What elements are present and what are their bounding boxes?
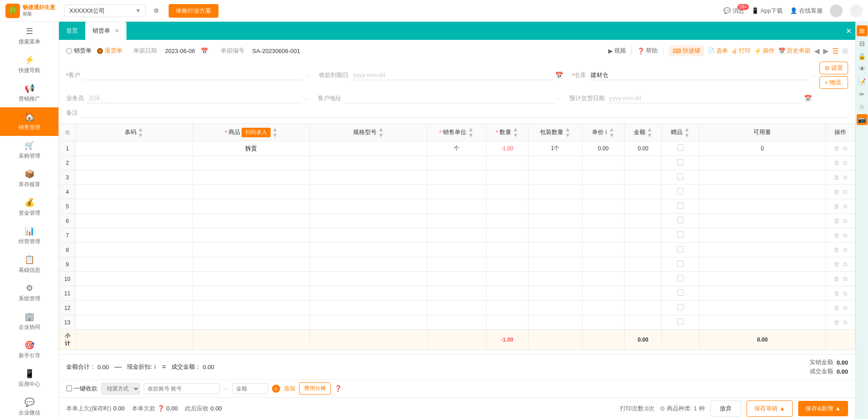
spec-cell[interactable] xyxy=(310,170,427,185)
delete-row-icon[interactable]: 🗑 xyxy=(834,217,839,224)
tab-close-icon[interactable]: ✕ xyxy=(115,28,119,34)
copy-row-icon[interactable]: ⧉ xyxy=(843,188,847,195)
nav-next-icon[interactable]: ▶ xyxy=(823,47,829,55)
unitprice-cell[interactable] xyxy=(582,315,624,330)
amount-cell[interactable] xyxy=(625,315,662,330)
unit-cell[interactable] xyxy=(427,214,486,228)
gift-checkbox[interactable] xyxy=(677,159,684,165)
copy-row-icon[interactable]: ⧉ xyxy=(843,232,847,239)
gift-sort-icon[interactable]: ▲▼ xyxy=(684,126,690,138)
barcode-input[interactable] xyxy=(79,304,189,311)
this-order-short-question[interactable]: ❓ xyxy=(157,405,165,412)
unitprice-cell[interactable] xyxy=(582,170,624,185)
amount-cell[interactable] xyxy=(625,170,662,185)
gift-checkbox[interactable] xyxy=(677,202,684,209)
customer-address-dots[interactable]: ··· xyxy=(555,95,560,102)
unitprice-cell[interactable] xyxy=(582,228,624,243)
delete-row-icon[interactable]: 🗑 xyxy=(834,203,839,210)
receive-date-input[interactable] xyxy=(351,70,553,80)
discount-info-icon[interactable]: ℹ xyxy=(154,364,156,370)
sales-radio-input[interactable] xyxy=(66,48,72,54)
gift-checkbox[interactable] xyxy=(677,304,684,310)
pkgqty-cell[interactable] xyxy=(529,286,582,301)
sidebar-item-appcenter[interactable]: 📱 应用中心 xyxy=(0,364,58,393)
spec-cell[interactable] xyxy=(310,141,427,156)
barcode-input[interactable] xyxy=(79,159,189,166)
sidebar-item-enterprise[interactable]: 🏢 企业协同 xyxy=(0,307,58,336)
barcode-cell[interactable] xyxy=(76,243,193,257)
product-input[interactable] xyxy=(197,159,306,166)
gift-cell[interactable] xyxy=(662,156,699,170)
delete-row-icon[interactable]: 🗑 xyxy=(834,232,839,239)
warehouse-input[interactable] xyxy=(589,70,809,80)
logistics-btn[interactable]: + 物流 xyxy=(820,76,848,89)
gift-cell[interactable] xyxy=(662,170,699,185)
gift-checkbox[interactable] xyxy=(677,144,684,151)
quantity-cell[interactable] xyxy=(486,228,529,243)
amount-cell[interactable] xyxy=(625,156,662,170)
amount-cell[interactable] xyxy=(625,243,662,257)
product-input[interactable] xyxy=(197,246,306,253)
spec-input[interactable] xyxy=(314,145,423,152)
unitprice-cell[interactable] xyxy=(582,243,624,257)
tab-sales-order[interactable]: 销货单 ✕ xyxy=(85,22,126,40)
pkgqty-sort-icon[interactable]: ▲▼ xyxy=(565,126,571,138)
gift-checkbox[interactable] xyxy=(677,246,684,252)
product-cell[interactable] xyxy=(193,228,310,243)
amount-cell[interactable] xyxy=(625,228,662,243)
product-input[interactable] xyxy=(197,203,306,210)
gift-checkbox[interactable] xyxy=(677,260,684,267)
delete-row-icon[interactable]: 🗑 xyxy=(834,304,839,311)
product-input[interactable] xyxy=(197,319,306,326)
sidebar-item-marketing[interactable]: 📢 营销推广 xyxy=(0,79,58,107)
save-draft-btn[interactable]: 保存草稿 ▲ xyxy=(747,400,793,417)
right-panel-lock-btn[interactable]: 🔒 xyxy=(857,51,868,62)
help-btn[interactable]: ❓ 帮助 xyxy=(637,47,658,55)
barcode-cell[interactable] xyxy=(76,272,193,286)
pkgqty-cell[interactable] xyxy=(529,315,582,330)
amount-cell[interactable] xyxy=(625,214,662,228)
copy-row-icon[interactable]: ⧉ xyxy=(843,261,847,268)
quantity-cell[interactable] xyxy=(486,243,529,257)
barcode-input[interactable] xyxy=(79,290,189,297)
quantity-cell[interactable] xyxy=(486,272,529,286)
save-new-btn[interactable]: 保存&新增 ▲ xyxy=(798,401,848,416)
spec-cell[interactable] xyxy=(310,228,427,243)
quantity-cell[interactable] xyxy=(486,185,529,199)
pkgqty-cell[interactable] xyxy=(529,170,582,185)
product-input[interactable] xyxy=(197,261,306,268)
quantity-cell[interactable] xyxy=(486,257,529,272)
barcode-cell[interactable] xyxy=(76,214,193,228)
spec-cell[interactable] xyxy=(310,286,427,301)
spec-input[interactable] xyxy=(314,188,423,195)
add-btn[interactable]: + xyxy=(272,385,280,393)
product-cell[interactable] xyxy=(193,170,310,185)
spec-cell[interactable] xyxy=(310,272,427,286)
unit-cell[interactable] xyxy=(427,315,486,330)
unit-cell[interactable] xyxy=(427,185,486,199)
spec-cell[interactable] xyxy=(310,315,427,330)
copy-row-icon[interactable]: ⧉ xyxy=(843,145,847,152)
sidebar-item-sales[interactable]: 🏠 销售管理 xyxy=(0,107,58,136)
right-panel-star-btn[interactable]: ☆ xyxy=(857,101,868,112)
barcode-cell[interactable] xyxy=(76,185,193,199)
barcode-input[interactable] xyxy=(79,174,189,181)
trial-btn[interactable]: 体验行业方案 xyxy=(169,4,218,18)
tab-home[interactable]: 首页 xyxy=(59,22,85,40)
unitprice-cell[interactable] xyxy=(582,286,624,301)
print-btn[interactable]: 🖨 打印 xyxy=(732,47,751,55)
sidebar-item-quicknav[interactable]: ⚡ 快捷导航 xyxy=(0,50,58,79)
account-dots[interactable]: ··· xyxy=(223,385,228,392)
right-panel-pencil-btn[interactable]: ✏ xyxy=(857,89,868,100)
product-cell[interactable] xyxy=(193,301,310,315)
expense-btn[interactable]: 费用分摊 xyxy=(299,382,331,395)
gift-checkbox[interactable] xyxy=(677,217,684,223)
unit-cell[interactable] xyxy=(427,228,486,243)
settings-icon[interactable]: ⚙ xyxy=(150,4,163,18)
unitprice-cell[interactable] xyxy=(582,214,624,228)
sales-radio[interactable]: 销货单 xyxy=(66,47,92,55)
spec-input[interactable] xyxy=(314,261,423,268)
gift-checkbox[interactable] xyxy=(677,231,684,238)
pkgqty-cell[interactable] xyxy=(529,156,582,170)
copy-row-icon[interactable]: ⧉ xyxy=(843,304,847,311)
